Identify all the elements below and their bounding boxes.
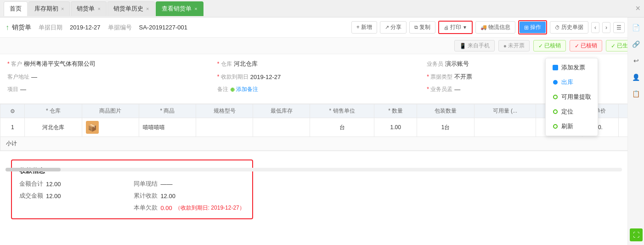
nav-prev-button[interactable]: ‹	[591, 22, 599, 33]
amount-total-value: 12.00	[46, 181, 61, 188]
sidebar-doc-icon[interactable]: 📄	[630, 21, 643, 34]
print-button[interactable]: 🖨 打印 ▼	[439, 22, 472, 33]
tab-inventory-init-label: 库存期初	[34, 5, 58, 13]
td-available	[474, 118, 536, 137]
note-label: 备注	[217, 85, 228, 93]
operate-dropdown: 添加发票 出库 可用量提取 定位	[545, 58, 598, 136]
doc-number-value: SA-20191227-001	[139, 24, 188, 31]
customer-label: 客户	[7, 60, 22, 68]
project-value: —	[20, 86, 26, 93]
copy-button-label: 复制	[419, 23, 430, 31]
nav-next-button[interactable]: ›	[602, 22, 610, 33]
verified-label: 已核销	[544, 42, 561, 50]
payment-row-transaction: 成交金额 12.00	[19, 192, 130, 200]
td-index: 1	[0, 118, 25, 137]
th-qty: * 数量	[374, 104, 417, 118]
tab-sales-order-label: 销货单	[77, 5, 95, 13]
td-min-stock	[253, 118, 310, 137]
window-close-button[interactable]: ×	[635, 4, 640, 13]
tab-sales-order[interactable]: 销货单 ×	[71, 1, 106, 16]
dropdown-locate[interactable]: 定位	[546, 104, 598, 119]
outstanding-value: 0.00	[160, 205, 172, 211]
from-mobile-button[interactable]: 📱 来自手机	[454, 40, 495, 51]
sales-order-icon: ↑	[6, 23, 9, 32]
horizontal-scrollbar[interactable]	[6, 168, 622, 171]
sold-label: 已核销	[581, 42, 597, 50]
tab-home-label: 首页	[10, 5, 22, 13]
tab-view-sales-close[interactable]: ×	[194, 6, 197, 11]
payment-section-wrap: 收款信息 金额合计 12.00 同单现结 —— 成交金额 12.00	[0, 151, 644, 228]
sidebar-link-icon[interactable]: 🔗	[630, 38, 643, 51]
new-button-label: + 新增	[356, 23, 372, 31]
transaction-label: 成交金额	[19, 192, 43, 200]
td-qty: 1.00	[374, 118, 417, 137]
add-note-button[interactable]: ⊕ 添加备注	[230, 85, 258, 93]
sold-button[interactable]: ✓ 已核销	[570, 40, 602, 51]
staff-label: 业务员	[427, 60, 443, 68]
operate-highlight-box: ⊞ 操作	[518, 20, 547, 34]
from-mobile-label: 来自手机	[468, 42, 490, 50]
not-open-ticket-label: 未开票	[508, 42, 525, 50]
tab-sales-order-close[interactable]: ×	[97, 6, 100, 11]
logistics-button[interactable]: 🚚 物流信息	[475, 21, 515, 34]
operate-button[interactable]: ⊞ 操作	[519, 21, 546, 34]
doc-date-value: 2019-12-27	[70, 24, 101, 31]
doc-number-label: 单据编号	[108, 23, 132, 32]
tab-bar: 首页 库存期初 × 销货单 × 销货单历史 × 查看销货单 × ×	[0, 0, 644, 17]
scrollbar-thumb[interactable]	[6, 168, 61, 171]
payment-row-amount-total: 金额合计 12.00	[19, 180, 130, 188]
doc-type: ↑ 销货单	[6, 23, 31, 32]
verified-button[interactable]: ✓ 已核销	[533, 40, 566, 51]
doc-toolbar: ↑ 销货单 单据日期 2019-12-27 单据编号 SA-20191227-0…	[0, 17, 644, 38]
tab-inventory-init-close[interactable]: ×	[61, 6, 64, 11]
operate-button-label: 操作	[530, 23, 541, 31]
dropdown-add-invoice[interactable]: 添加发票	[546, 60, 598, 75]
th-unit: * 销售单位	[310, 104, 374, 118]
print-button-label: 打印	[450, 23, 461, 31]
customer-value: 柳州粤港平安气体有限公司	[24, 60, 96, 68]
dropdown-refresh[interactable]: 刷新	[546, 119, 598, 134]
plus-icon: ⊕	[230, 86, 235, 93]
td-product: 嘻嘻嘻嘻	[139, 118, 196, 137]
tab-inventory-init[interactable]: 库存期初 ×	[28, 1, 70, 16]
tab-home[interactable]: 首页	[4, 1, 28, 16]
subtotal-row: 小计	[0, 137, 644, 151]
payment-date-value: 2019-12-27	[250, 74, 281, 80]
staff2-value: —	[454, 86, 460, 93]
th-img: 商品图片	[82, 104, 139, 118]
view-list-button[interactable]: ☰	[613, 22, 625, 33]
secondary-toolbar: 📱 来自手机 ● 未开票 ✓ 已核销 ✓ 已核销 ✓ 已生效	[0, 38, 644, 54]
sidebar-expand-icon[interactable]: ⛶	[630, 228, 643, 241]
tab-view-sales[interactable]: 查看销货单 ×	[156, 1, 203, 16]
th-min-stock: 最低库存	[253, 104, 310, 118]
share-button-label: 分享	[390, 23, 401, 31]
share-button[interactable]: ↗ 分享	[380, 21, 407, 34]
dropdown-warehouse-out[interactable]: 出库	[546, 75, 598, 90]
copy-icon: ⧉	[414, 24, 418, 30]
doc-type-label: 销货单	[12, 23, 31, 32]
same-order-label: 同单现结	[134, 180, 158, 188]
print-dropdown-arrow[interactable]: ▼	[463, 25, 467, 30]
right-sidebar: 📄 🔗 ↩ 👤 📋 ⛶	[627, 17, 644, 245]
th-settings[interactable]: ⚙	[0, 104, 25, 118]
sidebar-user-icon[interactable]: 👤	[630, 71, 643, 84]
operate-icon: ⊞	[524, 24, 529, 31]
sidebar-list-icon[interactable]: 📋	[630, 87, 643, 100]
history-button[interactable]: ⏱ 历史单据	[550, 21, 588, 34]
print-icon: 🖨	[444, 25, 449, 30]
cumulative-value: 12.00	[160, 193, 175, 199]
dropdown-available-pickup[interactable]: 可用量提取	[546, 90, 598, 104]
ticket-type-value: 不开票	[454, 73, 472, 81]
transaction-value: 12.00	[46, 193, 61, 199]
tab-sales-history[interactable]: 销货单历史 ×	[107, 1, 155, 16]
locate-label: 定位	[561, 108, 573, 116]
outstanding-note: （收款到期日: 2019-12-27）	[175, 204, 245, 212]
effect-check-icon: ✓	[611, 43, 616, 49]
new-button[interactable]: + 新增	[351, 21, 377, 34]
tab-sales-history-close[interactable]: ×	[146, 6, 149, 11]
add-note-label: 添加备注	[236, 85, 258, 93]
not-open-ticket-button[interactable]: ● 未开票	[498, 40, 530, 51]
sidebar-return-icon[interactable]: ↩	[630, 54, 643, 67]
ticket-type-label: 票据类型	[427, 73, 452, 81]
copy-button[interactable]: ⧉ 复制	[409, 21, 435, 34]
